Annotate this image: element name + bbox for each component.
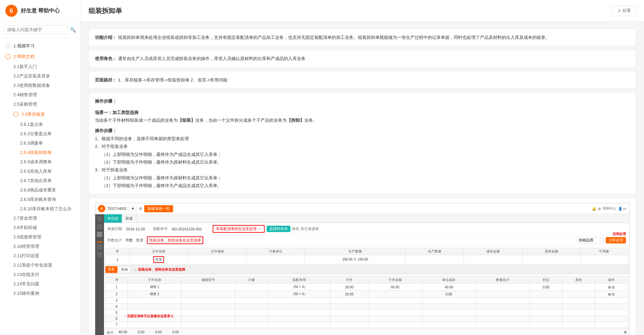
sidebar: 6 好生意 帮助中心 🔍 + 1.视频学习 - 2.帮助文档 2.1新手入门 2… [0,0,80,335]
col-prod-qty: 生产数量 [305,248,406,255]
sub-tabs: 组装 其他 ← 组装业务、拆卸业务在这里选择 [104,265,629,274]
cell-unit [247,255,305,264]
strip-item [97,232,102,237]
sidebar-item-2-12[interactable]: 2.12系统个性化设置 [13,261,80,270]
app-id: TEST-H002 [107,207,126,211]
intro-block: 功能介绍： 组装拆卸单用来处理企业组装或拆卸等加工业务，支持有固定装配清单的产品… [89,29,636,46]
main-header: 组装拆卸单 ↗ 分享 [80,0,644,22]
type-annotation-box: 组装业务、拆卸业务在这里选择 [147,236,203,244]
sidebar-item-2-13[interactable]: 2.13在线支付 [13,270,80,279]
sidebar-item-2-6-5[interactable]: 2.6.5成本调整单 [20,157,80,167]
col-unit: 计量 [235,277,268,284]
cell-seq: 1 [106,255,130,264]
sidebar-item-2-7[interactable]: 2.7资金管理 [13,214,80,223]
sidebar-item-2-11[interactable]: 2.11打印设置 [13,251,80,261]
ops-title: 操作步骤： [95,99,117,104]
path-text: 页面路径： 1、库存核算->库存管理->组装拆卸单 2、首页->常用功能 [95,76,630,84]
type-input[interactable] [577,237,603,243]
scene-desc-text: 当由多个子件材料组装成一个成品的业务为【组装】业务，当由一个父件拆分成多个子产品… [95,118,317,123]
app-dropdown[interactable]: ▼ [128,206,137,212]
app-logo-icon: 6 [98,205,105,212]
intro-body: 组装拆卸单用来处理企业组装或拆卸等加工业务，支持有固定装配清单的产品加工业务，也… [118,35,550,40]
type-selector-area: 组装业务、拆卸业务在这里选择 [147,236,203,244]
sidebar-item-1[interactable]: + 1.视频学习 [0,41,80,51]
sidebar-item-2-9[interactable]: 2.9优惠券管理 [13,232,80,242]
annotation-3: 启用处理 [612,232,626,236]
total-val2: 0.00 [138,330,144,335]
col-amt: 子件金额 [368,277,422,284]
search-button[interactable]: 🔍 [70,27,76,33]
date-label2: 数量 [136,238,144,243]
form-row-2: 件数合计 件数 数量 组装业务、拆卸业务在这里选择 [104,235,629,246]
col-child-name: 子件名称 [128,277,181,284]
sub-tab-active[interactable]: 组装 [105,266,117,273]
user-icon: 👤 cc [618,207,627,211]
role-title: 使用角色： [95,56,117,61]
sub-tab-inactive[interactable]: 其他 [118,266,131,273]
app-tabs: 本信息 新建 [104,214,629,223]
total-val3: 0.00 [155,330,162,335]
share-label: 分享 [622,8,631,14]
path-body: 1、库存核算->库存管理->组装拆卸单 2、首页->常用功能 [118,77,228,82]
annotation-2-inline: ← 组装业务、拆卸业务在这里选择 [134,266,185,273]
process-button[interactable]: 立即处理 [606,237,626,243]
child-row-1: 1 销售 1 （50 + 4） 20.00 60.00 40.00 [106,284,628,291]
sidebar-item-2-8[interactable]: 2.8手机旺铺 [13,223,80,232]
sidebar-item-2-6[interactable]: - 2.6库存核算 [13,109,80,120]
sidebar-item-2-6-6[interactable]: 2.6.6其他入库单 [20,167,80,176]
sidebar-sub-2-6: 2.6.1盘点单 2.6.2分量盘点单 2.6.3调拨单 2.6.4组装拆卸单 … [13,120,80,214]
date-value: 2019-12-26 [126,227,145,231]
mock-screenshot: 6 TEST-H002 ▼ ⚙ 新建单据一览 🔔 ⊞ 帮助中心 👤 cc [95,203,630,335]
sidebar-item-2-6-8[interactable]: 2.6.8商品成本重算 [20,185,80,195]
sidebar-item-2-6-2[interactable]: 2.6.2分量盘点单 [20,129,80,138]
sidebar-item-2-6-7[interactable]: 2.6.7其他出库单 [20,176,80,185]
app-main-area: 本信息 新建 单据日期 2019-12-26 装配单号 AD-20191226-… [104,214,629,335]
tab-info[interactable]: 本信息 [104,214,122,223]
child-items-table: 序 子件名称 规格型号 计量 装配单用 子件 子件金额 单位成本 [105,276,628,328]
sidebar-item-2[interactable]: - 2.帮助文档 [0,51,80,62]
select-parts-button[interactable]: 选择料件单 [267,226,290,232]
step2: 2、对于组装业务 [95,143,630,150]
sidebar-item-2-6-3[interactable]: 2.6.3调拨单 [20,138,80,148]
settings-icon: ⚙ [139,207,142,211]
sidebar-item-2-6-10[interactable]: 2.6.10库存账本错了怎么办 [20,204,80,214]
share-button[interactable]: ↗ 分享 [612,5,636,16]
sidebar-item-2-15[interactable]: 2.15操作案例 [13,289,80,298]
sidebar-item-2-5[interactable]: 2.5采购管理 [13,100,80,109]
sidebar-item-2-14[interactable]: 2.14常见问题 [13,279,80,289]
annotation-1-box: 有装配清单的在这里处理 → [213,225,265,233]
total-val4: 0.00 [172,330,179,335]
sidebar-sub-2: 2.1新手入门 2.2产品安装及登录 2.3使用前数据准备 2.4销售管理 2.… [0,62,80,298]
sidebar-item-2-1[interactable]: 2.1新手入门 [13,62,80,71]
sidebar-item-2-2[interactable]: 2.2产品安装及登录 [13,71,80,81]
sidebar-item-2-10[interactable]: 2.10经营管理 [13,242,80,251]
sidebar-item-2-6-4[interactable]: 2.6.4组装拆卸单 [20,148,80,157]
col-spec: 规格型号 [181,277,235,284]
sidebar-item-2-6-9[interactable]: 2.6.9库存账本查询 [20,195,80,204]
total-val1: ¥0.00 [119,330,127,335]
count-label: 件数合计 [107,238,122,243]
col-cost: 成本金额 [464,248,522,255]
main-content: 组装拆卸单 ↗ 分享 功能介绍： 组装拆卸单用来处理企业组装或拆卸等加工业务，支… [80,0,644,335]
save-btn-placeholder: 保存 [292,226,299,231]
tab-new[interactable]: 新建 [122,214,137,223]
steps-title: 操作步骤： [95,128,117,133]
sidebar-item-2-6-label: 2.6库存核算 [21,111,45,117]
step1: 1、根据不同的业务，选择不同单据的类型来处理 [95,135,630,143]
app-topbar: 6 TEST-H002 ▼ ⚙ 新建单据一览 🔔 ⊞ 帮助中心 👤 cc [95,203,629,214]
app-left-strip [95,214,104,335]
search-input[interactable] [4,25,68,34]
role-text: 使用角色： 通常由生产人员或库管人员完成拆装业务的操作，库管人员确认原材料的出库… [95,55,630,62]
logo-area: 6 好生意 帮助中心 [0,0,80,22]
screenshot-container: 6 TEST-H002 ▼ ⚙ 新建单据一览 🔔 ⊞ 帮助中心 👤 cc [89,198,636,335]
lower-table-area: 序 子件名称 规格型号 计量 装配单用 子件 子件金额 单位成本 [104,274,629,329]
step3-1: （1）上部明细为父件明细，最终作为原材料生成其它出库单； [95,174,630,182]
sidebar-item-2-6-1[interactable]: 2.6.1盘点单 [20,120,80,129]
sidebar-item-2-4[interactable]: 2.4销售管理 [13,90,80,100]
child-row-6: 6 [106,316,628,322]
step2-1: （1）上部明细为父件明细，最终作为产成品生成其它入库单； [95,151,630,158]
new-doc-button[interactable]: 新建单据一览 [144,205,173,212]
nav-tree: + 1.视频学习 - 2.帮助文档 2.1新手入门 2.2产品安装及登录 2.3… [0,38,80,335]
strip-item [97,252,102,257]
sidebar-item-2-3[interactable]: 2.3使用前数据准备 [13,81,80,90]
